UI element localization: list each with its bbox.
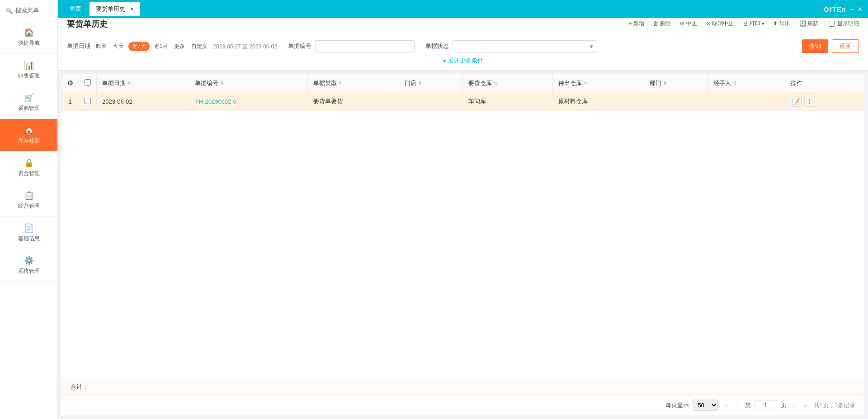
table-settings-icon[interactable]: ⚙ [67,79,73,87]
date-btn-more[interactable]: 更多 [172,42,187,51]
row-department [644,92,708,111]
expand-more-btn[interactable]: ▾ 展开更多条件 [67,57,859,65]
tab-requisition-history[interactable]: 要货单历史 ✕ [90,2,140,16]
print-button[interactable]: 🖨 打印 ▾ [740,18,767,29]
sidebar-item-sales[interactable]: 📊 销售管理 [0,54,57,86]
col-doc-type[interactable]: 单据类型 ⇅ [307,74,399,92]
sidebar-item-operations[interactable]: 📋 经营管理 [0,184,57,217]
operations-icon: 📋 [24,190,34,200]
table-footer: 合计： [61,379,864,395]
sort-doc-number-icon: ⇅ [220,81,224,86]
col-store[interactable]: 门店 ⇅ [399,74,462,92]
sidebar-item-label-operations: 经营管理 [18,202,40,210]
lock-icon: 🔒 [24,158,34,168]
col-operation: 操作 [785,74,864,92]
sidebar-item-quick-nav[interactable]: 🏠 快捷导航 [0,21,57,54]
col-doc-number[interactable]: 单据编号 ⇅ [189,74,308,92]
filter-date: 单据日期 昨天 今天 近7天 近1月 更多 自定义 2023-05-27 至 2… [67,42,277,51]
col-department[interactable]: 部门 ⇅ [644,74,708,92]
sidebar-item-label-basic: 基础信息 [18,235,40,243]
page-title: 要货单历史 [67,19,108,29]
date-btn-custom[interactable]: 自定义 [189,42,209,51]
last-page-icon[interactable]: » [801,401,810,409]
table-content: ⚙ 单据日期 ⇅ [61,74,864,415]
date-btn-1month[interactable]: 近1月 [152,42,170,51]
date-btn-today[interactable]: 今天 [111,42,126,51]
delete-button[interactable]: 🗑 删除 [651,18,674,29]
status-dropdown-icon[interactable]: ▾ [586,41,597,52]
sidebar-item-basic[interactable]: 📄 基础信息 [0,217,57,249]
refresh-button[interactable]: 🔄 刷新 [797,18,821,29]
row-edit-icon[interactable]: 📝 [791,96,802,107]
data-table: ⚙ 单据日期 ⇅ [61,74,864,111]
row-checkbox-cell[interactable] [79,92,97,111]
tab-home[interactable]: 首页 [63,2,88,16]
row-checkbox[interactable] [85,98,91,104]
pagination: 每页显示 50 10 20 100 « ‹ 第 页 › » 共1页，1条记录 [61,395,864,415]
col-checkbox[interactable] [79,74,97,92]
page-jump-label: 第 [745,401,751,409]
prev-page-icon[interactable]: ‹ [734,401,741,409]
divider [825,20,825,28]
new-button[interactable]: + 新增 [626,18,647,29]
topbar-right: OfTEn ─ ✕ [824,5,863,13]
export-button[interactable]: ⬆ 导出 [770,18,793,29]
window-close-icon[interactable]: ✕ [858,6,863,13]
sort-store-icon: ⇅ [418,81,422,86]
settings-button[interactable]: 设置 [832,39,859,53]
window-minimize-icon[interactable]: ─ [850,6,854,13]
sidebar-item-finance[interactable]: 🔒 资金管理 [0,152,57,184]
table-row: 1 2023-06-02 YH-20230602-0 要货单要货 车间库 [61,92,864,111]
col-settings[interactable]: ⚙ [61,74,79,92]
page-label: 页 [781,401,787,409]
doc-number-link[interactable]: YH-20230602-0 [195,98,236,105]
sidebar-item-system[interactable]: ⚙️ 系统管理 [0,249,57,282]
date-btn-yesterday[interactable]: 昨天 [94,42,108,51]
status-select[interactable]: ▾ [453,40,597,52]
row-doc-date: 2023-06-02 [97,92,189,111]
sidebar-item-purchase[interactable]: 🛒 采购管理 [0,86,57,119]
doc-number-input[interactable] [315,40,415,52]
status-input[interactable] [453,41,586,52]
per-page-select[interactable]: 50 10 20 100 [693,400,718,411]
search-icon: 🔍 [5,7,13,14]
filter-doc-number: 单据编号 [288,40,415,52]
display-detail-toggle[interactable]: 显示明细 [829,20,859,28]
cart-icon: 🛒 [24,93,34,103]
row-action-cell: 📝 ⋮ [785,92,864,111]
page-jump-input[interactable] [755,400,777,410]
stop-button[interactable]: ⊘ 中止 [677,18,699,29]
date-btn-7days[interactable]: 近7天 [128,42,150,51]
sidebar-item-label-sales: 销售管理 [18,72,40,80]
main-content: 首页 要货单历史 ✕ OfTEn ─ ✕ 要货单历史 + 新增 🗑 删除 ⊘ 中… [58,0,868,419]
page-header: 要货单历史 + 新增 🗑 删除 ⊘ 中止 ⊘ 取消中止 🖨 打印 ▾ ⬆ 导出 … [58,18,868,34]
sidebar-item-inventory[interactable]: 🏠 库存核算 [0,119,57,152]
sort-doc-date-icon: ⇅ [127,81,131,86]
first-page-icon[interactable]: « [722,401,730,409]
sort-req-warehouse-icon: ⇅ [494,81,497,86]
sort-handler-icon: ⇅ [733,81,736,86]
sidebar-search[interactable]: 🔍 搜索菜单 [0,0,57,21]
row-doc-number[interactable]: YH-20230602-0 [189,92,308,111]
display-detail-checkbox[interactable] [829,21,835,27]
tab-close-icon[interactable]: ✕ [130,6,134,12]
filter-row: 单据日期 昨天 今天 近7天 近1月 更多 自定义 2023-05-27 至 2… [67,39,859,53]
cancel-stop-button[interactable]: ⊘ 取消中止 [703,18,736,29]
page-total-label: 共1页，1条记录 [814,401,855,409]
row-doc-type: 要货单要货 [307,92,399,111]
print-chevron-icon[interactable]: ▾ [762,21,764,26]
col-pending-warehouse[interactable]: 待出仓库 ⇅ [553,74,644,92]
sort-department-icon: ⇅ [663,81,667,86]
sidebar-item-label-purchase: 采购管理 [18,105,40,112]
expand-more-icon: ▾ [443,57,446,64]
query-button[interactable]: 查询 [802,39,828,53]
select-all-checkbox[interactable] [85,79,91,86]
sidebar-item-label-finance: 资金管理 [18,170,40,177]
col-req-warehouse[interactable]: 要货仓库 ⇅ [462,74,552,92]
next-page-icon[interactable]: › [790,401,797,409]
col-handler[interactable]: 经手人 ⇅ [708,74,785,92]
date-filter-label: 单据日期 [67,42,90,50]
inventory-icon: 🏠 [24,125,34,135]
row-more-icon[interactable]: ⋮ [804,96,815,107]
col-doc-date[interactable]: 单据日期 ⇅ [97,74,189,92]
